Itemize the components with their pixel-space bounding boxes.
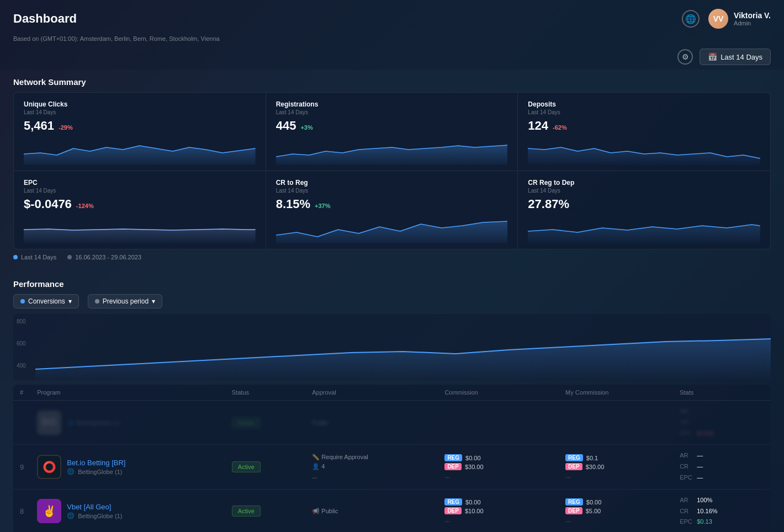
program-logo: ✌ [37,499,61,523]
metric-epc: EPC Last 14 Days $-0.0476 -124% [14,171,266,249]
commission-block: REG $0.00 DEP $10.00 ... [444,498,552,524]
col-program: Program [30,385,225,401]
date-filter-button[interactable]: 📅 Last 14 Days [700,49,771,65]
row-num: 8 [13,489,30,532]
performance-chart: 800 600 400 [13,314,771,380]
approval-info: 📢 Public [312,507,431,517]
row-num: 9 [13,445,30,489]
col-stats: Stats [673,385,771,401]
my-commission-block: REG $0.1 DEP $30.00 ... [565,454,666,480]
performance-title: Performance [13,272,771,294]
chevron-down-icon-2: ▾ [152,297,155,305]
commission-block: REG $0.00 DEP $30.00 ... [444,454,552,480]
page-title: Dashboard [13,12,77,26]
my-commission-block: REG $0.00 DEP $5.00 ... [565,498,666,524]
status-badge: Active [232,506,261,517]
metric-deposits: Deposits Last 14 Days 124 -62% [518,93,770,171]
chart-legend: Last 14 Days 16.06.2023 - 29.06.2023 [13,249,771,263]
program-cell: BG 🌐 BettingGlobe (1) [30,401,225,445]
metric-unique-clicks: Unique Clicks Last 14 Days 5,461 -29% [14,93,266,171]
conversions-dot [20,299,25,304]
col-my-commission: My Commission [559,385,673,401]
calendar-icon: 📅 [708,52,717,61]
table-header: # Program Status Approval Commission My … [13,385,771,401]
program-cell: ⭕ Bet.io Betting [BR] 🌐BettingGlobe (1) [30,445,225,489]
user-menu[interactable]: VV Viktoria V. Admin [708,9,771,29]
approval-info: ✏️ Require Approval 👤 4 ... [312,453,431,482]
metric-cr-reg-dep: CR Reg to Dep Last 14 Days 27.87% [518,171,770,249]
epc-chart [24,216,256,243]
metrics-grid: Unique Clicks Last 14 Days 5,461 -29% [13,92,771,249]
network-summary-title: Network Summary [13,70,771,92]
program-name-link[interactable]: Vbet [All Geo] [67,503,111,511]
stats-cell: AR 100% CR 10.16% EPC $0.13 [680,495,764,528]
program-logo: BG [37,411,61,435]
table-row: 8 ✌ Vbet [All Geo] 🌐BettingGlobe (1) [13,489,771,532]
registrations-chart [276,137,508,165]
conversions-dropdown[interactable]: Conversions ▾ [13,294,79,308]
status-badge: Active [232,417,261,428]
period-dropdown[interactable]: Previous period ▾ [88,294,162,308]
program-logo: ⭕ [37,455,61,479]
metric-registrations: Registrations Last 14 Days 445 +3% [266,93,518,171]
col-status: Status [225,385,305,401]
col-approval: Approval [305,385,438,401]
cr-dep-chart [528,216,760,243]
performance-controls: Conversions ▾ Previous period ▾ [13,294,771,308]
col-num: # [13,385,30,401]
metric-cr-reg: CR to Reg Last 14 Days 8.15% +37% [266,171,518,249]
col-commission: Commission [438,385,559,401]
deposits-chart [528,137,760,165]
programs-table: # Program Status Approval Commission My … [13,385,771,532]
program-cell: ✌ Vbet [All Geo] 🌐BettingGlobe (1) [30,489,225,532]
date-filter-label: Last 14 Days [721,53,762,61]
period-dot [95,299,99,304]
settings-icon[interactable]: ⚙ [677,49,693,65]
user-name: Viktoria V. [734,11,771,20]
clicks-chart [24,137,256,165]
chevron-down-icon: ▾ [68,297,72,305]
table-row: 9 ⭕ Bet.io Betting [BR] 🌐BettingGlobe (1… [13,445,771,489]
status-badge: Active [232,461,261,472]
main-content: Network Summary Unique Clicks Last 14 Da… [0,70,784,532]
timezone-bar: Based on (GMT+01:00): Amsterdam, Berlin,… [0,33,784,44]
user-role: Admin [734,20,771,26]
table-row: BG 🌐 BettingGlobe (1) Active Public [13,401,771,445]
avatar: VV [708,9,728,29]
program-name-link[interactable]: Bet.io Betting [BR] [67,459,125,467]
cr-reg-chart [276,216,508,243]
performance-section: Performance Conversions ▾ Previous perio… [13,272,771,532]
row-num [13,401,30,445]
globe-icon[interactable]: 🌐 [682,10,700,28]
stats-cell: AR — CR — EPC — [680,450,764,483]
